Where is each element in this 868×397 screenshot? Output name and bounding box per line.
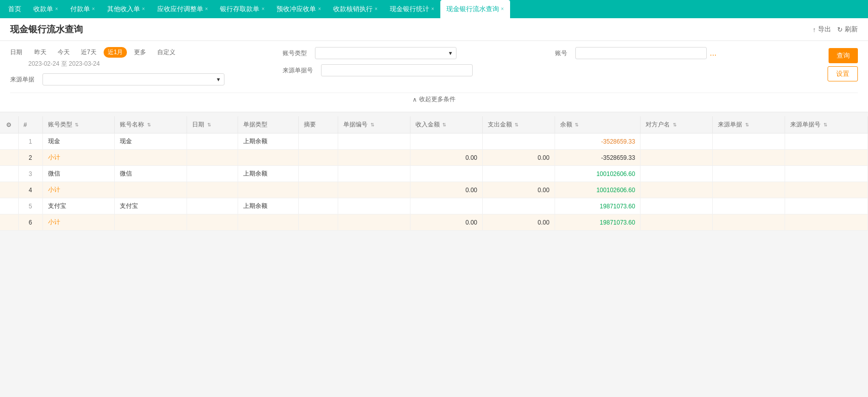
settings-button[interactable]: 设置 bbox=[828, 66, 858, 81]
account-no-input[interactable] bbox=[575, 47, 707, 59]
nav-tab-liushuichaxun[interactable]: 现金银行流水查询 × bbox=[440, 0, 510, 18]
date-1month[interactable]: 近1月 bbox=[104, 47, 127, 58]
row-doc-type bbox=[238, 182, 299, 198]
nav-tab-shoukuandan[interactable]: 收款单 × bbox=[27, 0, 64, 18]
row-doc-no bbox=[338, 182, 410, 198]
row-account-name bbox=[115, 214, 187, 231]
column-gear[interactable]: ⚙ bbox=[0, 116, 18, 134]
row-income: 0.00 bbox=[410, 182, 483, 198]
close-icon[interactable]: × bbox=[318, 0, 321, 18]
column-counterpart[interactable]: 对方户名 ⇅ bbox=[641, 116, 713, 134]
export-button[interactable]: ↑ 导出 bbox=[813, 25, 832, 34]
dropdown-icon: ▾ bbox=[449, 50, 452, 57]
refresh-button[interactable]: ↻ 刷新 bbox=[837, 25, 858, 34]
column-doc-no[interactable]: 单据编号 ⇅ bbox=[338, 116, 410, 134]
table-row: 3 微信 微信 上期余额 100102606.60 bbox=[0, 166, 868, 182]
close-icon[interactable]: × bbox=[55, 0, 58, 18]
nav-tab-qitashouru[interactable]: 其他收入单 × bbox=[101, 0, 151, 18]
account-no-ellipsis[interactable]: ... bbox=[710, 49, 716, 58]
nav-home[interactable]: 首页 bbox=[2, 0, 27, 18]
row-balance: 19871073.60 bbox=[555, 198, 641, 214]
column-source-doc-no[interactable]: 来源单据号 ⇅ bbox=[785, 116, 868, 134]
row-gear bbox=[0, 182, 18, 198]
date-today[interactable]: 今天 bbox=[54, 47, 74, 58]
row-date bbox=[187, 134, 238, 150]
collapse-conditions[interactable]: ∧ 收起更多条件 bbox=[10, 93, 858, 106]
table-row: 6 小计 0.00 0.00 19871073.60 bbox=[0, 214, 868, 231]
column-income[interactable]: 收入金额 ⇅ bbox=[410, 116, 483, 134]
row-expense: 0.00 bbox=[482, 150, 555, 166]
table-header-row: ⚙ # 账号类型 ⇅ 账号名称 ⇅ 日期 ⇅ 单据类型 摘要 单据编号 ⇅ 收入… bbox=[0, 116, 868, 134]
account-type-select[interactable]: ▾ bbox=[315, 47, 456, 59]
close-icon[interactable]: × bbox=[375, 0, 378, 18]
close-icon[interactable]: × bbox=[142, 0, 145, 18]
date-yesterday[interactable]: 昨天 bbox=[30, 47, 51, 58]
row-num: 3 bbox=[18, 166, 42, 182]
row-summary bbox=[299, 134, 338, 150]
account-type-row: 账号类型 ▾ bbox=[283, 47, 545, 59]
collapse-icon: ∧ bbox=[413, 96, 417, 103]
row-doc-no bbox=[338, 198, 410, 214]
query-button[interactable]: 查询 bbox=[829, 48, 858, 63]
row-num: 4 bbox=[18, 182, 42, 198]
close-icon[interactable]: × bbox=[431, 0, 434, 18]
column-account-type[interactable]: 账号类型 ⇅ bbox=[42, 116, 115, 134]
nav-tab-shoukuanhexiao[interactable]: 收款核销执行 × bbox=[327, 0, 384, 18]
row-source-doc bbox=[713, 214, 785, 231]
date-options: 昨天 今天 近7天 近1月 更多 自定义 bbox=[30, 47, 179, 58]
row-source-doc-no bbox=[785, 214, 868, 231]
row-source-doc bbox=[713, 134, 785, 150]
nav-tab-yushouying[interactable]: 预收冲应收单 × bbox=[270, 0, 327, 18]
row-summary bbox=[299, 182, 338, 198]
column-expense[interactable]: 支出金额 ⇅ bbox=[482, 116, 555, 134]
column-date[interactable]: 日期 ⇅ bbox=[187, 116, 238, 134]
close-icon[interactable]: × bbox=[501, 0, 504, 18]
account-no-row: 账号 ... bbox=[555, 47, 817, 59]
row-expense bbox=[482, 198, 555, 214]
row-source-doc bbox=[713, 198, 785, 214]
row-expense: 0.00 bbox=[482, 214, 555, 231]
row-source-doc bbox=[713, 166, 785, 182]
nav-tab-yingshouyingfu[interactable]: 应收应付调整单 × bbox=[151, 0, 214, 18]
row-account-name bbox=[115, 150, 187, 166]
row-counterpart bbox=[641, 150, 713, 166]
row-income bbox=[410, 198, 483, 214]
row-income bbox=[410, 134, 483, 150]
source-doc-select[interactable]: ▾ bbox=[42, 73, 224, 85]
row-source-doc-no bbox=[785, 150, 868, 166]
row-doc-type bbox=[238, 214, 299, 231]
row-date bbox=[187, 150, 238, 166]
column-source-doc[interactable]: 来源单据 ⇅ bbox=[713, 116, 785, 134]
column-summary: 摘要 bbox=[299, 116, 338, 134]
row-date bbox=[187, 214, 238, 231]
column-account-name[interactable]: 账号名称 ⇅ bbox=[115, 116, 187, 134]
row-num: 2 bbox=[18, 150, 42, 166]
row-num: 6 bbox=[18, 214, 42, 231]
close-icon[interactable]: × bbox=[261, 0, 264, 18]
row-income: 0.00 bbox=[410, 214, 483, 231]
nav-tab-fukuandan[interactable]: 付款单 × bbox=[64, 0, 101, 18]
row-doc-type bbox=[238, 150, 299, 166]
row-account-type: 小计 bbox=[42, 182, 115, 198]
row-source-doc bbox=[713, 150, 785, 166]
date-label: 日期 bbox=[10, 48, 22, 57]
close-icon[interactable]: × bbox=[205, 0, 208, 18]
row-account-name bbox=[115, 182, 187, 198]
column-balance[interactable]: 余额 ⇅ bbox=[555, 116, 641, 134]
column-doc-type: 单据类型 bbox=[238, 116, 299, 134]
row-num: 1 bbox=[18, 134, 42, 150]
date-filter-row: 日期 昨天 今天 近7天 近1月 更多 自定义 bbox=[10, 47, 272, 58]
row-counterpart bbox=[641, 166, 713, 182]
date-7days[interactable]: 近7天 bbox=[77, 47, 101, 58]
close-icon[interactable]: × bbox=[92, 0, 95, 18]
nav-tab-yinhangcunqu[interactable]: 银行存取款单 × bbox=[214, 0, 270, 18]
source-doc-no-input[interactable] bbox=[321, 64, 473, 76]
date-custom[interactable]: 自定义 bbox=[153, 47, 179, 58]
row-account-type: 小计 bbox=[42, 150, 115, 166]
nav-tab-xianjintongjit[interactable]: 现金银行统计 × bbox=[384, 0, 440, 18]
row-doc-type: 上期余额 bbox=[238, 166, 299, 182]
row-gear bbox=[0, 166, 18, 182]
account-type-label: 账号类型 bbox=[283, 49, 307, 58]
table-row: 4 小计 0.00 0.00 100102606.60 bbox=[0, 182, 868, 198]
date-more[interactable]: 更多 bbox=[130, 47, 150, 58]
